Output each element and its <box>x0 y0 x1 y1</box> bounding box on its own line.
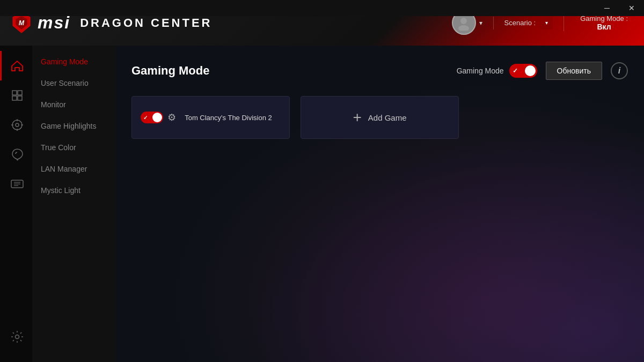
gaming-mode-control: Gaming Mode ✓ <box>457 64 537 78</box>
game-card-controls: ✓ ⚙ <box>141 112 176 123</box>
game-card-toggle[interactable]: ✓ <box>141 112 163 123</box>
add-game-card[interactable]: + Add Game <box>301 96 459 139</box>
page-title: Gaming Mode <box>131 64 209 78</box>
sidebar-item-truecolor[interactable] <box>0 139 32 169</box>
sidebar-menu-lan-manager[interactable]: LAN Manager <box>32 158 115 180</box>
sidebar-item-home[interactable] <box>0 51 32 80</box>
page-controls: Gaming Mode ✓ Обновить i <box>457 62 628 80</box>
game-cards-container: ✓ ⚙ Tom Clancy's The Division 2 + Add Ga… <box>131 96 628 139</box>
sidebar-menu-game-highlights[interactable]: Game Highlights <box>32 115 115 137</box>
svg-point-10 <box>16 123 19 127</box>
svg-point-9 <box>12 120 22 130</box>
svg-rect-6 <box>18 91 22 95</box>
gaming-mode-control-label: Gaming Mode <box>457 67 504 75</box>
gaming-mode-header-value: Вкл <box>597 23 611 31</box>
game-card[interactable]: ✓ ⚙ Tom Clancy's The Division 2 <box>131 96 290 139</box>
sidebar-menu-monitor[interactable]: Monitor <box>32 94 115 115</box>
svg-point-3 <box>460 18 467 24</box>
sidebar-icons <box>0 46 32 362</box>
info-button[interactable]: i <box>611 62 628 79</box>
sidebar-menu-user-scenario[interactable]: User Scenario <box>32 72 115 94</box>
profile-chevron-icon: ▾ <box>479 19 482 27</box>
scenario-dropdown-icon[interactable]: ▾ <box>540 17 553 29</box>
sidebar-menu: Gaming Mode User Scenario Monitor Game H… <box>32 46 115 362</box>
minimize-button[interactable]: ─ <box>595 0 619 16</box>
main-content: Gaming Mode Gaming Mode ✓ Обновить i ✓ ⚙… <box>115 46 644 362</box>
scenario-label: Scenario : <box>504 19 536 27</box>
svg-point-19 <box>15 335 19 338</box>
game-card-settings-icon[interactable]: ⚙ <box>167 112 176 123</box>
svg-rect-8 <box>18 96 22 100</box>
svg-text:M: M <box>19 19 25 27</box>
svg-point-4 <box>458 25 469 31</box>
svg-rect-7 <box>12 96 17 100</box>
header-gaming-mode: Gaming Mode : Вкл <box>564 14 644 31</box>
sidebar-menu-true-color[interactable]: True Color <box>32 137 115 158</box>
scenario-area[interactable]: Scenario : ▾ <box>493 17 564 29</box>
add-icon: + <box>353 110 361 125</box>
game-card-name: Tom Clancy's The Division 2 <box>176 114 281 122</box>
gaming-mode-toggle[interactable]: ✓ <box>509 64 537 78</box>
sidebar-item-lan[interactable] <box>0 169 32 198</box>
sidebar-item-apps[interactable] <box>0 80 32 110</box>
sidebar-menu-mystic-light[interactable]: Mystic Light <box>32 180 115 201</box>
toggle-check-icon: ✓ <box>513 67 518 75</box>
close-button[interactable]: ✕ <box>619 0 644 16</box>
card-toggle-check-icon: ✓ <box>143 115 148 121</box>
sidebar-item-settings[interactable] <box>0 322 32 351</box>
update-button[interactable]: Обновить <box>546 62 602 80</box>
sidebar-menu-gaming-mode[interactable]: Gaming Mode <box>32 51 115 72</box>
svg-rect-5 <box>12 91 17 95</box>
sidebar-item-highlights[interactable] <box>0 110 32 139</box>
titlebar: ─ ✕ <box>0 0 644 16</box>
dragon-center-text: DRAGON CENTER <box>80 16 212 30</box>
page-header: Gaming Mode Gaming Mode ✓ Обновить i <box>131 62 628 80</box>
add-game-label: Add Game <box>368 113 407 122</box>
